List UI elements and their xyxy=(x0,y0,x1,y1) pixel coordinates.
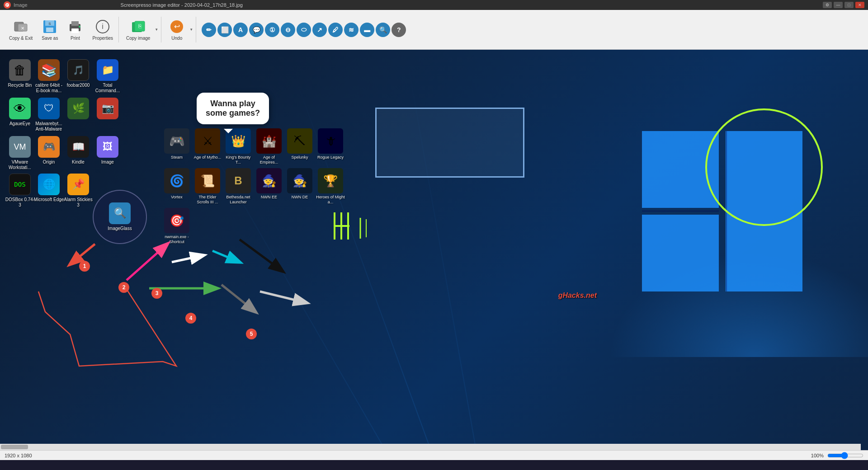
titlebar-controls: ⚙ — □ ✕ xyxy=(823,2,864,8)
blur-tool[interactable]: ≋ xyxy=(344,23,359,37)
icon-imageglass[interactable]: 🔍 ImageGlass xyxy=(102,200,138,234)
totalcmd-label: Total Command... xyxy=(92,83,123,94)
bethesda-image: B xyxy=(226,168,251,193)
icon-vortex[interactable]: 🌀 Vortex xyxy=(160,166,193,202)
svg-text:S: S xyxy=(49,22,51,26)
copy-image-arrow[interactable]: ▼ xyxy=(154,27,159,33)
icon-stickies[interactable]: 📌 Alarm Stickies 3 xyxy=(60,171,96,211)
calibre-image: 📚 xyxy=(38,59,60,81)
highlight-tool[interactable]: ▬ xyxy=(360,23,374,37)
pen-tool[interactable]: 🖊 xyxy=(328,23,343,37)
imageglass-label: ImageGlass xyxy=(108,226,132,231)
copy-image-button[interactable]: ⎘ Copy image xyxy=(123,17,154,42)
number-4-text: 4 xyxy=(189,315,193,321)
malwarebytes-image: 🛡 xyxy=(38,98,60,119)
svg-text:✕: ✕ xyxy=(21,26,24,31)
numbered-tool[interactable]: ① xyxy=(265,23,279,37)
copy-exit-icon: ✕ xyxy=(13,19,29,35)
titlebar-title: Screenpresso image editor - 2020-04-02_1… xyxy=(121,2,243,8)
origin-label: Origin xyxy=(43,160,55,165)
status-bar: 1920 x 1080 100% xyxy=(0,450,868,460)
origin-image: 🎮 xyxy=(38,136,60,158)
circle-annotation xyxy=(705,108,823,226)
copy-exit-button[interactable]: ✕ Copy & Exit xyxy=(5,17,36,42)
agemyth-label: Age of Mytho... xyxy=(194,155,222,160)
app4-image: 📷 xyxy=(97,98,118,119)
nwnee-image: 🧙 xyxy=(256,168,282,193)
icon-totalcmd[interactable]: 📁 Total Command... xyxy=(90,56,126,96)
icon-app4[interactable]: 📷 xyxy=(90,95,126,124)
calibre-label: calibre 64bit - E-book ma... xyxy=(33,83,64,94)
svg-text:i: i xyxy=(102,23,104,30)
icon-ageempires[interactable]: 🏰 Age of Empires... xyxy=(253,127,285,167)
kindle-label: Kindle xyxy=(72,160,85,165)
eraser-tool[interactable]: ⊖ xyxy=(281,23,295,37)
copy-exit-label: Copy & Exit xyxy=(9,36,33,41)
copy-group: ⎘ Copy image ▼ xyxy=(121,17,161,42)
file-group: ✕ Copy & Exit S Save as xyxy=(4,17,119,42)
scrollbar-thumb[interactable] xyxy=(1,445,28,449)
icon-heroes[interactable]: 🏆 Heroes of Might a... xyxy=(314,166,347,207)
svg-point-12 xyxy=(79,26,80,28)
number-3-badge: 3 xyxy=(151,288,162,299)
minimize-button[interactable]: — xyxy=(834,2,843,8)
zoom-level: 100% xyxy=(811,453,824,458)
arrow-tool[interactable]: ↗ xyxy=(312,23,327,37)
icon-nwnde[interactable]: 🧙 NWN DE xyxy=(283,166,316,202)
icon-rogue[interactable]: 🗡 Rogue Legacy xyxy=(314,127,347,162)
maximize-button[interactable]: □ xyxy=(844,2,854,8)
imageglass-image: 🔍 xyxy=(109,202,131,224)
elderscrolls-label: The Elder Scrolls III ... xyxy=(193,195,222,205)
text-tool[interactable]: A xyxy=(233,23,248,37)
help-tool[interactable]: ? xyxy=(392,23,406,37)
copy-image-icon: ⎘ xyxy=(130,19,146,35)
save-as-button[interactable]: S Save as xyxy=(38,17,61,42)
svg-text:↩: ↩ xyxy=(174,23,180,30)
image-label: Image xyxy=(101,160,114,165)
pencil-tool[interactable]: ✏ xyxy=(202,23,216,37)
vortex-label: Vortex xyxy=(171,195,183,200)
foobar-image: 🎵 xyxy=(67,59,89,81)
undo-arrow[interactable]: ▼ xyxy=(189,27,194,33)
ellipse-tool[interactable]: ⬭ xyxy=(297,23,311,37)
icon-agemyth[interactable]: ⚔ Age of Mytho... xyxy=(191,127,224,162)
svg-text:P: P xyxy=(6,4,9,7)
agemyth-image: ⚔ xyxy=(195,128,220,154)
icon-elderscrolls[interactable]: 📜 The Elder Scrolls III ... xyxy=(191,166,224,207)
icon-nwmain[interactable]: 🎯 nwmain.exe - Shortcut xyxy=(160,206,193,246)
titlebar-app-name: Image xyxy=(14,2,28,8)
zoom-tool[interactable]: 🔍 xyxy=(376,23,390,37)
ageempires-label: Age of Empires... xyxy=(255,155,283,165)
titlebar: P Image Screenpresso image editor - 2020… xyxy=(0,0,868,10)
undo-group: ↩ Undo ▼ xyxy=(163,17,196,42)
statusbar-right: 100% xyxy=(811,452,863,459)
spelunky-image: ⛏ xyxy=(287,128,312,154)
icon-nwnee[interactable]: 🧙 NWN EE xyxy=(253,166,285,202)
svg-text:⎘: ⎘ xyxy=(138,23,142,29)
icon-steam[interactable]: 🎮 Steam xyxy=(160,127,193,162)
print-button[interactable]: Print xyxy=(63,17,87,42)
app-logo: P xyxy=(4,1,11,9)
properties-label: Properties xyxy=(92,36,113,41)
icon-image[interactable]: 🖼 Image xyxy=(90,133,126,168)
horizontal-scrollbar[interactable] xyxy=(0,444,861,450)
vortex-image: 🌀 xyxy=(164,168,189,193)
callout-tool[interactable]: 💬 xyxy=(249,23,264,37)
settings-button[interactable]: ⚙ xyxy=(823,2,832,8)
undo-button[interactable]: ↩ Undo xyxy=(165,17,189,42)
number-1-badge: 1 xyxy=(79,261,90,272)
speech-bubble: Wanna play some games? xyxy=(197,93,269,124)
zoom-slider[interactable] xyxy=(827,452,863,459)
close-button[interactable]: ✕ xyxy=(855,2,864,8)
rectangle-tool[interactable]: ⬜ xyxy=(217,23,232,37)
heroes-label: Heroes of Might a... xyxy=(316,195,345,205)
icon-bethesda[interactable]: B Bethesda.net Launcher xyxy=(222,166,255,207)
rogue-image: 🗡 xyxy=(318,128,343,154)
dosbox-image: DOS xyxy=(9,174,31,195)
icon-spelunky[interactable]: ⛏ Spelunky xyxy=(283,127,316,162)
number-5-badge: 5 xyxy=(246,329,257,339)
edge-label: Microsoft Edge xyxy=(34,197,64,202)
recycle-bin-label: Recycle Bin xyxy=(8,83,32,88)
nwmain-image: 🎯 xyxy=(164,208,189,233)
print-label: Print xyxy=(71,36,80,41)
